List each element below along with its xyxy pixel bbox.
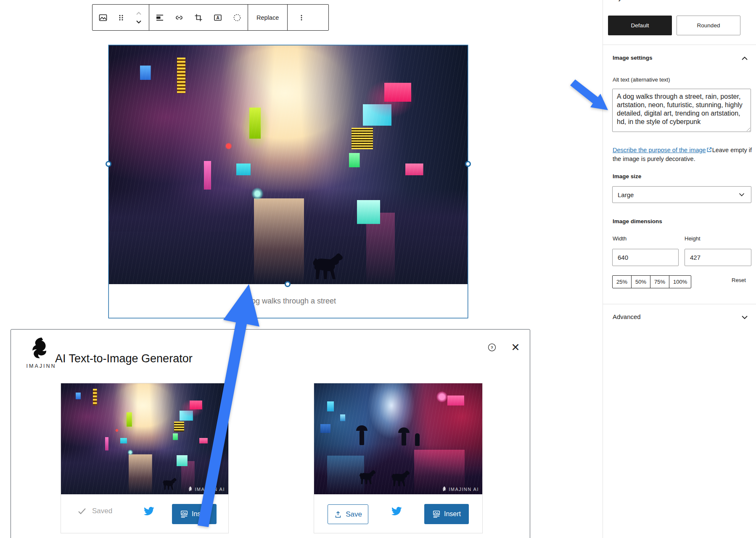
check-icon [78, 507, 86, 515]
link-icon[interactable] [169, 5, 189, 30]
divider [603, 304, 756, 304]
dog-silhouette [358, 469, 380, 485]
person-silhouette [402, 432, 406, 446]
scale-75-button[interactable]: 75% [650, 275, 669, 288]
toolbar-block-group [93, 5, 149, 30]
image-settings-heading[interactable]: Image settings [613, 55, 653, 61]
generated-image-main [109, 45, 468, 284]
insert-button[interactable]: Insert [172, 504, 217, 524]
scale-button-group: 25% 50% 75% 100% [612, 275, 691, 288]
image-block-icon[interactable] [93, 5, 113, 30]
chevron-down-icon[interactable] [740, 313, 749, 323]
scale-25-button[interactable]: 25% [612, 275, 632, 288]
imajinn-brand: IMAJINN [26, 337, 56, 369]
duotone-filter-icon[interactable] [227, 5, 247, 30]
imajinn-watermark: IMAJINN AI [188, 486, 225, 492]
height-label: Height [685, 235, 700, 242]
toolbar-tools-group: A [149, 5, 248, 30]
insert-image-icon [432, 510, 441, 518]
saved-label: Saved [92, 507, 112, 515]
crop-icon[interactable] [189, 5, 208, 30]
resize-handle-bottom[interactable] [285, 281, 291, 287]
drag-handle-icon[interactable] [113, 5, 130, 30]
card-footer: Save Insert [314, 494, 482, 533]
saved-status: Saved [78, 507, 112, 515]
image-caption-row: A dog walks through a street [109, 284, 468, 318]
help-icon[interactable]: ? [485, 340, 499, 354]
close-icon[interactable]: ✕ [509, 340, 522, 354]
insert-label: Insert [444, 510, 461, 518]
external-link-icon [706, 147, 712, 153]
svg-text:A: A [216, 16, 219, 20]
image-caption[interactable]: A dog walks through a street [241, 297, 336, 306]
resize-handle-right[interactable] [465, 161, 471, 167]
generated-card-2: IMAJINN AI Save Insert [314, 383, 483, 533]
alt-text-input[interactable]: A dog walks through a street, rain, post… [612, 89, 751, 132]
imajinn-logo-icon [442, 486, 447, 492]
imajinn-watermark: IMAJINN AI [442, 486, 479, 492]
width-input[interactable] [612, 249, 679, 266]
card-footer: Saved Insert [61, 494, 228, 533]
style-default-button[interactable]: Default [608, 16, 672, 35]
advanced-section-label[interactable]: Advanced [613, 313, 641, 320]
dog-silhouette [390, 469, 414, 488]
save-label: Save [346, 510, 362, 519]
person-silhouette [415, 433, 420, 446]
insert-image-icon [180, 510, 188, 518]
toolbar-options-group [288, 5, 315, 30]
image-size-label: Image size [613, 173, 641, 179]
modal-title: AI Text-to-Image Generator [55, 352, 193, 365]
scale-50-button[interactable]: 50% [631, 275, 650, 288]
svg-text:?: ? [491, 345, 493, 350]
alt-help-text: Describe the purpose of the imageLeave e… [613, 146, 755, 164]
insert-button[interactable]: Insert [424, 504, 469, 524]
width-label: Width [613, 235, 626, 242]
toolbar-replace-group: Replace [248, 5, 288, 30]
resize-handle-left[interactable] [106, 161, 111, 167]
ai-image-generator-modal: IMAJINN AI Text-to-Image Generator ? ✕ I… [11, 329, 530, 538]
watermark-text: IMAJINN AI [195, 487, 225, 492]
divider [603, 45, 756, 45]
block-toolbar: A Replace [92, 4, 329, 31]
height-input[interactable] [685, 249, 751, 266]
brand-name: IMAJINN [26, 363, 56, 369]
generated-thumb-1[interactable]: IMAJINN AI [61, 383, 228, 494]
image-dimensions-label: Image dimensions [613, 218, 662, 224]
selected-image-block[interactable]: A dog walks through a street [109, 45, 468, 318]
chevron-down-icon [737, 190, 746, 199]
scale-100-button[interactable]: 100% [669, 275, 691, 288]
imajinn-logo-icon [188, 486, 193, 492]
watermark-text: IMAJINN AI [449, 487, 479, 492]
chevron-up-icon[interactable] [740, 54, 749, 64]
insert-label: Insert [192, 510, 209, 518]
imajinn-logo-icon [31, 337, 52, 361]
generated-card-1: IMAJINN AI Saved Insert [61, 383, 229, 533]
generated-thumb-2[interactable]: IMAJINN AI [314, 383, 482, 494]
align-icon[interactable] [150, 5, 169, 30]
image-size-select[interactable]: Large [612, 186, 751, 203]
image-size-value: Large [618, 191, 634, 198]
twitter-share-icon[interactable] [388, 505, 405, 518]
text-overlay-icon[interactable]: A [208, 5, 227, 30]
twitter-share-icon[interactable] [140, 505, 158, 518]
describe-purpose-link[interactable]: Describe the purpose of the image [613, 147, 706, 153]
styles-section-label: Styles [613, 0, 629, 1]
block-movers [130, 9, 148, 26]
move-up-icon[interactable] [129, 9, 148, 18]
reset-button[interactable]: Reset [729, 277, 748, 284]
dog-silhouette [161, 477, 180, 491]
person-silhouette [359, 430, 364, 445]
replace-button[interactable]: Replace [249, 5, 286, 30]
upload-icon [334, 510, 342, 519]
alt-text-label: Alt text (alternative text) [613, 76, 670, 83]
options-kebab-icon[interactable] [288, 5, 315, 30]
block-settings-sidebar: Styles Default Rounded Image settings Al… [603, 0, 756, 538]
dog-silhouette [310, 251, 350, 282]
move-down-icon[interactable] [129, 18, 148, 26]
save-button[interactable]: Save [328, 504, 368, 524]
style-rounded-button[interactable]: Rounded [677, 16, 740, 35]
